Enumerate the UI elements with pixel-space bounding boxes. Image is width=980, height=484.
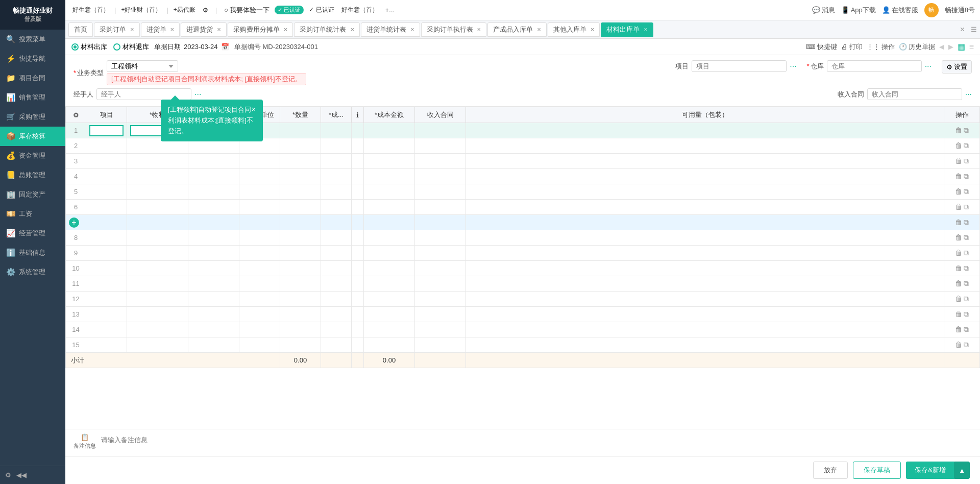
cell-quantity[interactable]: [280, 184, 321, 200]
cell-contract[interactable]: [415, 138, 466, 154]
cell-spec[interactable]: [188, 292, 239, 307]
date-value[interactable]: 2023-03-24: [184, 43, 218, 51]
notes-textarea[interactable]: [101, 433, 972, 452]
sidebar-item-sales[interactable]: 📊 销售管理: [0, 88, 65, 107]
delete-row-button[interactable]: 🗑: [955, 295, 962, 303]
cell-unit[interactable]: [239, 246, 280, 261]
delete-row-button[interactable]: 🗑: [955, 310, 962, 318]
tab-close-icon[interactable]: ×: [170, 26, 175, 33]
cell-material[interactable]: [127, 322, 188, 337]
cell-cost-amount[interactable]: [364, 184, 415, 200]
cell-contract[interactable]: [415, 200, 466, 215]
delete-row-button[interactable]: 🗑: [955, 341, 962, 349]
sn-value[interactable]: MD-20230324-001: [263, 43, 318, 51]
form-settings-button[interactable]: ⚙ 设置: [942, 60, 972, 74]
cell-spec[interactable]: [188, 276, 239, 292]
cell-available[interactable]: [466, 246, 944, 261]
collapse-icon[interactable]: ◀◀: [16, 471, 27, 479]
topbar-app-download[interactable]: 📱 App下载: [841, 6, 876, 15]
tab-other-stock[interactable]: 其他入库单 ×: [548, 22, 600, 37]
delete-row-button[interactable]: 🗑: [955, 218, 962, 226]
cell-spec[interactable]: [188, 184, 239, 200]
cell-cost-amount[interactable]: [364, 322, 415, 337]
save-draft-button[interactable]: 保存草稿: [853, 462, 901, 479]
cell-cost-price[interactable]: [321, 276, 352, 292]
cell-contract[interactable]: [415, 261, 466, 276]
cell-cost-price[interactable]: [321, 230, 352, 246]
add-row-button[interactable]: +: [69, 217, 79, 228]
tab-close-icon[interactable]: ×: [644, 26, 648, 33]
cell-spec[interactable]: [188, 322, 239, 337]
cell-project[interactable]: [86, 261, 127, 276]
tab-purchase-stat[interactable]: 采购订单统计表 ×: [294, 22, 360, 37]
cell-contract[interactable]: [415, 292, 466, 307]
save-new-arrow[interactable]: ▲: [954, 462, 970, 479]
cell-contract[interactable]: [415, 184, 466, 200]
history-button[interactable]: 🕐 历史单据: [899, 42, 935, 52]
sidebar-item-ledger[interactable]: 📒 总账管理: [0, 165, 65, 185]
cell-project[interactable]: [86, 169, 127, 184]
cell-quantity[interactable]: [280, 200, 321, 215]
income-contract-picker[interactable]: ···: [965, 90, 972, 99]
cell-quantity[interactable]: [280, 169, 321, 184]
topbar-haoyecai1[interactable]: +好业财（首）: [119, 5, 163, 15]
cell-available[interactable]: [466, 200, 944, 215]
cell-cost-amount[interactable]: [364, 123, 415, 138]
business-type-select[interactable]: 工程领料 直接领料: [107, 60, 178, 72]
cell-cost-amount[interactable]: [364, 246, 415, 261]
cell-spec[interactable]: [188, 154, 239, 169]
cell-unit[interactable]: [239, 154, 280, 169]
cell-contract[interactable]: [415, 123, 466, 138]
cell-empty10[interactable]: [466, 215, 944, 230]
cell-unit[interactable]: [239, 230, 280, 246]
cell-project[interactable]: [86, 138, 127, 154]
copy-row-button[interactable]: ⧉: [964, 172, 969, 181]
cell-contract[interactable]: [415, 276, 466, 292]
income-contract-input[interactable]: [867, 88, 962, 100]
sidebar-item-quick-nav[interactable]: ⚡ 快捷导航: [0, 49, 65, 68]
copy-row-button[interactable]: ⧉: [964, 157, 969, 165]
cell-spec[interactable]: [188, 337, 239, 353]
sidebar-item-salary[interactable]: 💴 工资: [0, 204, 65, 224]
delete-row-button[interactable]: 🗑: [955, 126, 962, 134]
cell-empty8[interactable]: [364, 215, 415, 230]
cell-cost-price[interactable]: [321, 337, 352, 353]
cell-contract[interactable]: [415, 322, 466, 337]
cell-contract[interactable]: [415, 154, 466, 169]
cell-project[interactable]: [86, 184, 127, 200]
cell-empty4[interactable]: [239, 215, 280, 230]
cell-unit[interactable]: [239, 292, 280, 307]
delete-row-button[interactable]: 🗑: [955, 157, 962, 165]
topbar-haoshengyi2[interactable]: ✓ 已认证: [307, 5, 336, 15]
copy-row-button[interactable]: ⧉: [964, 279, 969, 288]
cell-material[interactable]: [127, 154, 188, 169]
cell-available[interactable]: [466, 292, 944, 307]
cell-quantity[interactable]: [280, 123, 321, 138]
cell-material[interactable]: [127, 337, 188, 353]
cell-project[interactable]: [86, 123, 127, 138]
cell-project[interactable]: [86, 292, 127, 307]
cell-cost-amount[interactable]: [364, 337, 415, 353]
delete-row-button[interactable]: 🗑: [955, 325, 962, 333]
cell-input[interactable]: [89, 125, 124, 136]
cell-spec[interactable]: [188, 230, 239, 246]
cell-available[interactable]: [466, 230, 944, 246]
warehouse-input[interactable]: [827, 60, 922, 72]
copy-row-button[interactable]: ⧉: [964, 295, 969, 303]
topbar-certified[interactable]: ✓ 已认证: [275, 6, 304, 14]
cell-available[interactable]: [466, 307, 944, 322]
cell-spec[interactable]: [188, 307, 239, 322]
topbar-haoshengyi1[interactable]: 好生意（首）: [70, 5, 111, 15]
cell-material[interactable]: [127, 261, 188, 276]
sidebar-item-system[interactable]: ⚙️ 系统管理: [0, 262, 65, 282]
shortcut-button[interactable]: ⌨ 快捷键: [806, 42, 837, 52]
user-avatar[interactable]: 畅: [924, 3, 939, 17]
sidebar-item-business[interactable]: 📈 经营管理: [0, 224, 65, 243]
delete-row-button[interactable]: 🗑: [955, 279, 962, 287]
sidebar-item-fixed-assets[interactable]: 🏢 固定资产: [0, 185, 65, 204]
cell-cost-amount[interactable]: [364, 276, 415, 292]
topbar-haoyecai2[interactable]: 好生意（首）: [339, 5, 380, 15]
cell-quantity[interactable]: [280, 337, 321, 353]
cell-cost-price[interactable]: [321, 261, 352, 276]
cell-quantity[interactable]: [280, 276, 321, 292]
